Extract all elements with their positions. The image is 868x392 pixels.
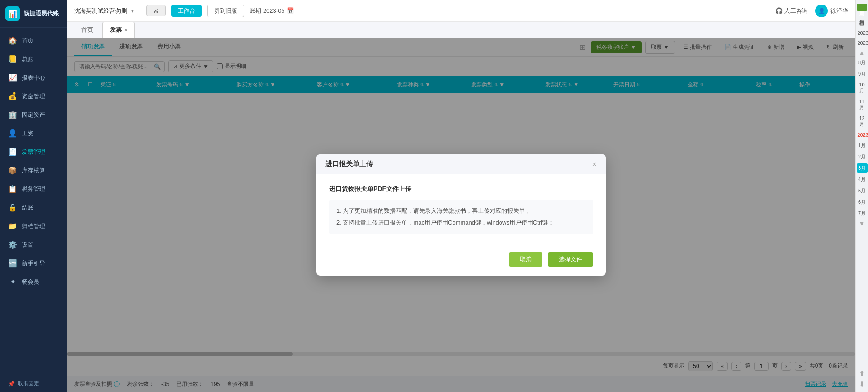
tab-invoice[interactable]: 发票 × <box>102 22 135 38</box>
topbar-divider-1 <box>141 6 141 15</box>
pin-icon: 📌 <box>8 381 15 387</box>
home-icon: 🏠 <box>8 36 17 45</box>
dialog-body: 进口货物报关单PDF文件上传 1. 为了更加精准的数据匹配，请先录入海关缴款书，… <box>316 174 606 245</box>
period-item-202303b[interactable]: 2023.03 <box>857 39 868 47</box>
notice-2-text: 2. 支持批量上传进口报关单，mac用户使用Command键，windows用户… <box>336 217 554 229</box>
switch-version-button[interactable]: 切到旧版 <box>207 5 244 17</box>
dialog-footer: 取消 选择文件 <box>316 245 606 276</box>
guide-icon: 🆕 <box>8 259 17 268</box>
period-item-11[interactable]: 11月 <box>857 97 868 112</box>
period-item-1[interactable]: 1月 <box>857 141 868 150</box>
period-item-10[interactable]: 10月 <box>857 81 868 96</box>
tab-home-label: 首页 <box>81 26 93 34</box>
user-menu[interactable]: 👤 徐泽华 <box>815 5 848 17</box>
period-scroll-up[interactable]: ▲ <box>859 20 865 27</box>
company-chevron-icon: ▼ <box>130 8 135 14</box>
period-item-202303a[interactable]: 2023.03 <box>857 29 868 37</box>
inventory-icon: 📦 <box>8 166 17 175</box>
calendar-icon: 📅 <box>287 7 294 14</box>
expand-up-icon[interactable]: ⬆ <box>859 369 865 378</box>
sidebar-item-salary-label: 工资 <box>22 129 33 138</box>
sidebar-item-home[interactable]: 🏠 首页 <box>0 31 67 50</box>
sidebar-item-settings[interactable]: ⚙️ 设置 <box>0 235 67 254</box>
tab-bar: 首页 发票 × <box>67 22 855 38</box>
content-area: 销项发票 进项发票 费用小票 ⊞ 税务数字账户 ▼ 取票 ▼ ☰ <box>67 38 855 392</box>
archive-icon: 📁 <box>8 222 17 230</box>
tax-icon: 📋 <box>8 185 17 193</box>
notice-1-text: 1. 为了更加精准的数据匹配，请先录入海关缴款书，再上传对应的报关单； <box>336 205 531 217</box>
sidebar-item-inventory[interactable]: 📦 库存核算 <box>0 161 67 180</box>
settings-icon: ⚙️ <box>8 240 17 249</box>
sidebar-item-close[interactable]: 🔒 结账 <box>0 198 67 217</box>
sidebar-item-ledger[interactable]: 📒 总账 <box>0 50 67 68</box>
period-item-8[interactable]: 8月 <box>857 58 868 67</box>
ledger-icon: 📒 <box>8 55 17 63</box>
sidebar-item-assets-label: 固定资产 <box>22 111 45 119</box>
sidebar-item-salary[interactable]: 👤 工资 <box>0 124 67 143</box>
sidebar-item-guide[interactable]: 🆕 新手引导 <box>0 254 67 272</box>
period-item-6[interactable]: 6月 <box>857 197 868 207</box>
dialog-overlay: 进口报关单上传 × 进口货物报关单PDF文件上传 1. 为了更加精准的数据匹配，… <box>67 38 855 392</box>
period-item-12[interactable]: 12月 <box>857 114 868 129</box>
period-item-9[interactable]: 9月 <box>857 69 868 79</box>
sidebar-item-funds-label: 资金管理 <box>22 92 45 100</box>
sidebar-item-reports[interactable]: 📈 报表中心 <box>0 68 67 87</box>
dialog-title: 进口报关单上传 <box>326 160 373 168</box>
period-text-label: 账期 <box>250 7 261 15</box>
period-scroll-up-2[interactable]: ▲ <box>859 49 865 56</box>
period-item-7[interactable]: 7月 <box>857 209 868 218</box>
sidebar-item-tax[interactable]: 📋 税务管理 <box>0 180 67 198</box>
sidebar-item-invoice[interactable]: 🧾 发票管理 <box>0 143 67 161</box>
headset-icon: 🎧 <box>775 7 783 14</box>
period-item-2023[interactable]: 2023 <box>857 131 868 139</box>
dialog-upload-title: 进口货物报关单PDF文件上传 <box>329 185 593 193</box>
sidebar-nav: 🏠 首页 📒 总账 📈 报表中心 💰 资金管理 🏢 固定资产 👤 工资 🧾 发票… <box>0 28 67 375</box>
company-selector[interactable]: 沈海英测试经营勿删 ▼ <box>74 7 135 15</box>
sidebar-unpin[interactable]: 📌 取消固定 <box>0 375 67 392</box>
service-button[interactable]: 🎧 人工咨询 <box>775 7 808 15</box>
topbar-right: 🎧 人工咨询 👤 徐泽华 <box>775 5 848 17</box>
user-name: 徐泽华 <box>830 7 848 15</box>
dialog-select-file-button[interactable]: 选择文件 <box>548 252 593 267</box>
tab-home[interactable]: 首页 <box>74 22 100 38</box>
tab-close-icon[interactable]: × <box>124 27 127 33</box>
dialog-cancel-button[interactable]: 取消 <box>509 252 542 267</box>
sidebar-item-vip[interactable]: ✦ 畅会员 <box>0 272 67 291</box>
assets-icon: 🏢 <box>8 110 17 119</box>
print-button[interactable]: 🖨 <box>146 5 166 16</box>
sidebar-logo: 📊 畅捷通易代账 <box>0 0 67 28</box>
period-item-3[interactable]: 3月 <box>857 163 868 173</box>
main-area: 沈海英测试经营勿删 ▼ 🖨 工作台 切到旧版 账期 2023-05 📅 🎧 人工… <box>67 0 855 392</box>
period-item-4[interactable]: 4月 <box>857 175 868 184</box>
open-date-label[interactable]: 开票日期 <box>857 4 867 11</box>
logo-text: 畅捷通易代账 <box>24 10 59 18</box>
workspace-button[interactable]: 工作台 <box>171 5 202 17</box>
invoice-icon: 🧾 <box>8 148 17 156</box>
company-name: 沈海英测试经营勿删 <box>74 7 127 15</box>
period-scroll-down[interactable]: ▼ <box>859 220 865 227</box>
sidebar-item-assets[interactable]: 🏢 固定资产 <box>0 105 67 124</box>
topbar: 沈海英测试经营勿删 ▼ 🖨 工作台 切到旧版 账期 2023-05 📅 🎧 人工… <box>67 0 855 22</box>
sidebar-item-invoice-label: 发票管理 <box>22 148 45 156</box>
funds-icon: 💰 <box>8 92 17 100</box>
sidebar-item-vip-label: 畅会员 <box>22 278 39 286</box>
dialog-notice: 1. 为了更加精准的数据匹配，请先录入海关缴款书，再上传对应的报关单； 2. 支… <box>329 200 593 234</box>
sidebar-item-ledger-label: 总账 <box>22 55 33 63</box>
sidebar-item-settings-label: 设置 <box>22 241 33 249</box>
sidebar-item-funds[interactable]: 💰 资金管理 <box>0 87 67 105</box>
notice-item-2: 2. 支持批量上传进口报关单，mac用户使用Command键，windows用户… <box>336 217 586 229</box>
tab-invoice-label: 发票 <box>110 26 122 34</box>
period-value: 2023-05 <box>263 7 285 14</box>
salary-icon: 👤 <box>8 129 17 138</box>
sidebar-item-archive[interactable]: 📁 归档管理 <box>0 217 67 235</box>
sidebar: 📊 畅捷通易代账 🏠 首页 📒 总账 📈 报表中心 💰 资金管理 🏢 固定资产 … <box>0 0 67 392</box>
notice-item-1: 1. 为了更加精准的数据匹配，请先录入海关缴款书，再上传对应的报关单； <box>336 205 586 217</box>
import-dialog: 进口报关单上传 × 进口货物报关单PDF文件上传 1. 为了更加精准的数据匹配，… <box>316 154 606 276</box>
avatar: 👤 <box>815 5 828 17</box>
dialog-close-button[interactable]: × <box>592 160 597 168</box>
expand-down-icon[interactable]: ⬇ <box>859 380 865 388</box>
vip-icon: ✦ <box>8 277 17 286</box>
period-item-5[interactable]: 5月 <box>857 186 868 196</box>
period-display: 账期 2023-05 📅 <box>250 7 294 15</box>
period-item-2[interactable]: 2月 <box>857 152 868 162</box>
